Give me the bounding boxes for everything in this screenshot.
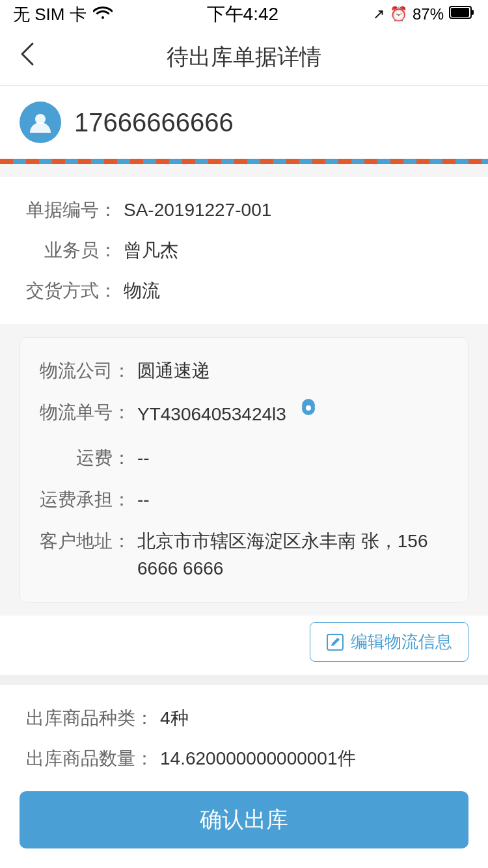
address-value: 北京市市辖区海淀区永丰南 张，156 6666 6666 — [137, 528, 448, 582]
delivery-method-row: 交货方式： 物流 — [26, 277, 462, 305]
battery-text: 87% — [413, 5, 444, 23]
salesman-row: 业务员： 曾凡杰 — [26, 237, 462, 264]
delivery-method-label: 交货方式： — [26, 277, 117, 305]
bottom-btn-wrapper: 确认出库 — [0, 781, 488, 868]
document-number-row: 单据编号： SA-20191227-001 — [26, 197, 462, 224]
battery-icon — [449, 5, 475, 23]
salesman-label: 业务员： — [26, 237, 117, 264]
address-label: 客户地址： — [40, 528, 131, 555]
edit-logistics-button[interactable]: 编辑物流信息 — [310, 622, 468, 662]
alarm-icon: ⏰ — [390, 6, 407, 23]
customer-avatar — [20, 102, 61, 143]
main-content: 17666666666 单据编号： SA-20191227-001 业务员： 曾… — [0, 86, 488, 868]
freight-value: -- — [137, 444, 448, 472]
goods-quantity-row: 出库商品数量： 14.620000000000001件 — [26, 745, 462, 772]
location-pin-icon[interactable] — [297, 399, 320, 430]
svg-rect-1 — [471, 10, 474, 15]
goods-quantity-label: 出库商品数量： — [26, 745, 154, 772]
salesman-value: 曾凡杰 — [124, 237, 462, 264]
confirm-btn-label: 确认出库 — [200, 805, 288, 835]
document-number-label: 单据编号： — [26, 197, 117, 224]
freight-bearer-label: 运费承担： — [40, 486, 131, 513]
freight-row: 运费： -- — [40, 444, 448, 472]
status-left: 无 SIM 卡 — [13, 3, 113, 26]
tracking-number-label: 物流单号： — [40, 399, 131, 426]
customer-phone: 17666666666 — [74, 108, 234, 137]
goods-types-value: 4种 — [160, 705, 462, 732]
address-row: 客户地址： 北京市市辖区海淀区永丰南 张，156 6666 6666 — [40, 528, 448, 582]
page-title: 待出库单据详情 — [167, 42, 321, 72]
goods-section: 出库商品种类： 4种 出库商品数量： 14.620000000000001件 — [0, 685, 488, 792]
logistics-company-value: 圆通速递 — [137, 357, 448, 385]
tracking-number-value: YT43064053424l3 — [137, 399, 448, 430]
status-time: 下午4:42 — [207, 2, 279, 27]
goods-types-label: 出库商品种类： — [26, 705, 154, 732]
carrier-text: 无 SIM 卡 — [13, 3, 87, 26]
svg-point-6 — [306, 405, 311, 411]
section-separator — [0, 675, 488, 685]
order-info-section: 单据编号： SA-20191227-001 业务员： 曾凡杰 交货方式： 物流 — [0, 177, 488, 324]
edit-btn-wrapper: 编辑物流信息 — [0, 616, 488, 675]
edit-logistics-label: 编辑物流信息 — [351, 631, 452, 653]
nav-bar: 待出库单据详情 — [0, 29, 488, 86]
logistics-company-row: 物流公司： 圆通速递 — [40, 357, 448, 385]
tracking-number-text: YT43064053424l3 — [137, 401, 286, 428]
back-button[interactable] — [20, 41, 35, 73]
freight-label: 运费： — [40, 444, 131, 472]
freight-bearer-value: -- — [137, 486, 448, 513]
svg-rect-2 — [451, 8, 469, 17]
status-right: ↗ ⏰ 87% — [373, 5, 475, 23]
status-bar: 无 SIM 卡 下午4:42 ↗ ⏰ 87% — [0, 0, 488, 29]
logistics-card: 物流公司： 圆通速递 物流单号： YT43064053424l3 — [20, 337, 468, 603]
goods-types-row: 出库商品种类： 4种 — [26, 705, 462, 732]
wifi-icon — [93, 5, 113, 25]
goods-quantity-value: 14.620000000000001件 — [160, 745, 462, 772]
document-number-value: SA-20191227-001 — [124, 197, 462, 224]
freight-bearer-row: 运费承担： -- — [40, 486, 448, 513]
delivery-method-value: 物流 — [124, 277, 462, 305]
tracking-number-row: 物流单号： YT43064053424l3 — [40, 399, 448, 430]
logistics-company-label: 物流公司： — [40, 357, 131, 385]
location-status-icon: ↗ — [373, 6, 385, 23]
confirm-button[interactable]: 确认出库 — [20, 791, 468, 848]
customer-header: 17666666666 — [0, 86, 488, 159]
dashed-divider — [0, 159, 488, 164]
